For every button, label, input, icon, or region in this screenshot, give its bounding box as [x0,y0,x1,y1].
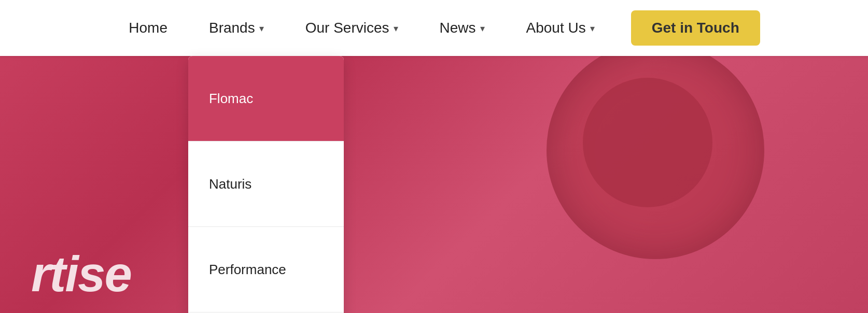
about-label: About Us [526,0,586,56]
hero-large-text: rtise [31,246,131,302]
dropdown-item-naturis[interactable]: Naturis [188,141,344,227]
services-label: Our Services [305,0,389,56]
brands-dropdown: Flomac Naturis Performance Pharma Pharma… [188,56,344,313]
hero-text-area: rtise [31,246,131,303]
services-chevron-icon: ▾ [394,1,398,56]
nav-items: Home Brands ▾ Flomac Naturis Performance… [41,0,827,56]
nav-brands[interactable]: Brands ▾ Flomac Naturis Performance Phar… [188,0,285,56]
news-label: News [440,0,476,56]
about-chevron-icon: ▾ [590,1,595,56]
brands-chevron-icon: ▾ [259,1,264,56]
nav-about[interactable]: About Us ▾ [506,0,615,56]
brands-label: Brands [209,0,255,56]
navbar: Home Brands ▾ Flomac Naturis Performance… [0,0,868,56]
get-in-touch-button[interactable]: Get in Touch [631,10,760,46]
dropdown-item-performance[interactable]: Performance [188,227,344,312]
nav-services[interactable]: Our Services ▾ [285,0,419,56]
nav-news[interactable]: News ▾ [419,0,506,56]
home-label: Home [129,0,167,56]
dropdown-item-flomac[interactable]: Flomac [188,56,344,141]
nav-home[interactable]: Home [108,0,188,56]
news-chevron-icon: ▾ [480,1,485,56]
